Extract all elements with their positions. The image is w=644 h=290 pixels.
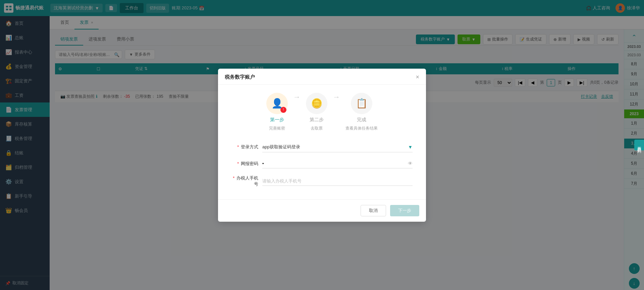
step1-title: 第一步: [270, 117, 284, 123]
modal-overlay: 税务数字账户 × 👤 ! 第一步 完善账密 →: [0, 0, 644, 290]
modal-footer: 取消 下一步: [218, 199, 426, 222]
modal-body: 👤 ! 第一步 完善账密 → 🪙 第二步 去取票 →: [218, 85, 426, 199]
cancel-button[interactable]: 取消: [361, 205, 386, 216]
login-method-label: 登录方式: [231, 144, 258, 150]
select-arrow-icon: ▼: [408, 144, 413, 150]
step2-desc: 去取票: [311, 126, 323, 131]
phone-row: 办税人手机号: [231, 175, 413, 187]
open-invoice-label: 开票已到: [637, 144, 642, 146]
step1-user-icon: 👤: [271, 98, 283, 109]
next-button[interactable]: 下一步: [390, 205, 419, 216]
step2-icon: 🪙: [306, 93, 327, 114]
modal-title: 税务数字账户: [225, 74, 255, 80]
step-arrow-2: →: [327, 93, 345, 112]
phone-input[interactable]: [262, 176, 413, 186]
password-wrapper: 👁: [262, 159, 413, 168]
step1-icon: 👤 !: [266, 93, 288, 114]
tax-account-modal: 税务数字账户 × 👤 ! 第一步 完善账密 →: [218, 69, 426, 222]
step-1: 👤 ! 第一步 完善账密: [266, 93, 288, 131]
modal-header: 税务数字账户 ×: [218, 69, 426, 85]
complete-title: 完成: [357, 117, 366, 123]
password-row: 网报密码 👁: [231, 159, 413, 168]
login-method-row: 登录方式 app获取验证码登录 ▼: [231, 142, 413, 152]
step1-desc: 完善账密: [269, 126, 285, 131]
password-label-text: 网报密码: [241, 161, 258, 166]
login-method-select[interactable]: app获取验证码登录 ▼: [262, 142, 413, 152]
open-invoice-btn[interactable]: 开票已到: [634, 140, 644, 150]
step-complete-icon: 📋: [351, 93, 372, 114]
step-2: 🪙 第二步 去取票: [306, 93, 327, 131]
step1-error-badge: !: [280, 107, 286, 113]
eye-icon[interactable]: 👁: [408, 161, 413, 166]
complete-list-icon: 📋: [356, 98, 368, 109]
complete-desc: 查看具体任务结果: [345, 126, 378, 131]
phone-label-text: 办税人手机号: [236, 175, 258, 187]
step-complete: 📋 完成 查看具体任务结果: [345, 93, 378, 131]
login-method-label-text: 登录方式: [241, 144, 258, 149]
step2-ticket-icon: 🪙: [311, 98, 323, 109]
phone-label: 办税人手机号: [231, 175, 258, 187]
steps: 👤 ! 第一步 完善账密 → 🪙 第二步 去取票 →: [231, 93, 413, 131]
password-label: 网报密码: [231, 161, 258, 167]
step-arrow-1: →: [288, 93, 306, 112]
login-method-value: app获取验证码登录: [262, 144, 300, 150]
password-input[interactable]: [262, 159, 408, 168]
modal-close-btn[interactable]: ×: [416, 74, 419, 80]
step2-title: 第二步: [310, 117, 324, 123]
